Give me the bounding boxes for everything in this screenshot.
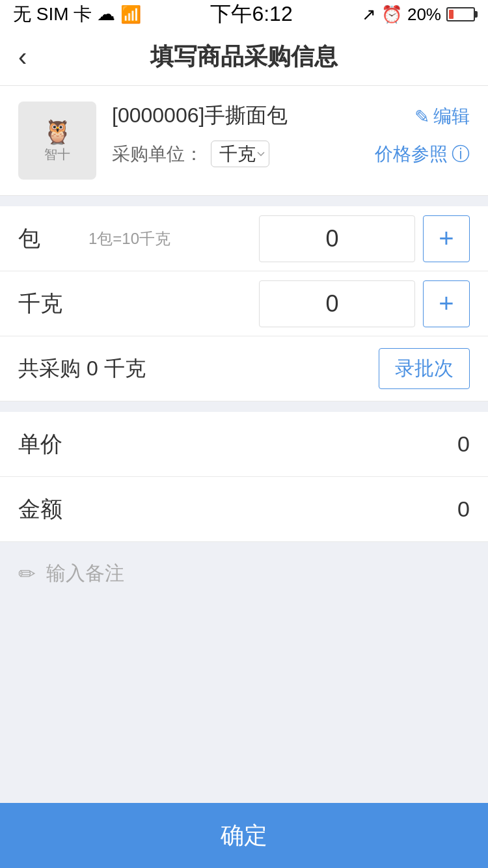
product-card: 🦉 智十 [0000006]手撕面包 采购单位： 千克 价格参照 ⓘ ✎ 编辑: [0, 86, 488, 196]
unit-price-row: 单价 0: [0, 412, 488, 477]
no-sim-label: 无 SIM 卡 ☁: [13, 2, 115, 27]
product-owl-icon: 🦉: [43, 118, 72, 146]
price-ref-help-icon: ⓘ: [452, 142, 470, 167]
bao-sublabel: 1包=10千克: [88, 228, 170, 249]
divider-1: [0, 196, 488, 206]
alarm-icon: ⏰: [381, 5, 402, 25]
notes-section[interactable]: ✏ 输入备注: [0, 542, 488, 605]
unit-label: 采购单位：: [112, 142, 203, 167]
product-thumbnail: 🦉 智十: [18, 102, 96, 180]
location-icon: ↗: [362, 5, 376, 25]
input-section: 包 1包=10千克 + 千克 +: [0, 206, 488, 336]
notes-pencil-icon: ✏: [18, 562, 36, 586]
status-bar: 无 SIM 卡 ☁ 📶 下午6:12 ↗ ⏰ 20%: [0, 0, 488, 29]
amount-row: 金额 0: [0, 477, 488, 542]
total-label: 共采购: [18, 357, 81, 380]
total-amount: 0: [87, 357, 98, 380]
total-unit: 千克: [104, 357, 146, 380]
bao-input-row: 包 1包=10千克 +: [0, 206, 488, 271]
bao-label: 包: [18, 224, 83, 254]
nav-bar: ‹ 填写商品采购信息: [0, 29, 488, 86]
price-ref-label: 价格参照: [375, 142, 448, 167]
amount-label: 金额: [18, 495, 62, 524]
status-right: ↗ ⏰ 20%: [362, 5, 475, 25]
amount-value: 0: [457, 496, 470, 522]
product-thumbnail-label: 智十: [44, 146, 70, 163]
wifi-icon: 📶: [120, 5, 141, 25]
battery-icon: [446, 7, 475, 21]
page-title: 填写商品采购信息: [150, 41, 338, 73]
bao-plus-button[interactable]: +: [423, 215, 470, 262]
kg-label: 千克: [18, 289, 83, 319]
product-meta: 采购单位： 千克 价格参照 ⓘ: [112, 141, 470, 167]
kg-plus-button[interactable]: +: [423, 280, 470, 327]
total-row: 共采购 0 千克 录批次: [0, 336, 488, 401]
edit-button[interactable]: ✎ 编辑: [414, 104, 470, 129]
kg-input-row: 千克 +: [0, 271, 488, 336]
batch-button[interactable]: 录批次: [379, 348, 470, 389]
bao-input-wrapper: +: [170, 215, 470, 262]
kg-input-wrapper: +: [83, 280, 470, 327]
purchase-unit-row: 采购单位： 千克: [112, 141, 269, 167]
battery-percent: 20%: [407, 5, 441, 25]
status-time: 下午6:12: [210, 0, 292, 29]
edit-label: 编辑: [433, 104, 470, 129]
battery-fill: [449, 10, 454, 19]
unit-price-value: 0: [457, 431, 470, 457]
divider-2: [0, 401, 488, 412]
unit-price-label: 单价: [18, 429, 62, 459]
kg-input[interactable]: [259, 280, 415, 327]
unit-select[interactable]: 千克: [211, 141, 269, 167]
edit-icon: ✎: [414, 106, 429, 128]
status-left: 无 SIM 卡 ☁ 📶: [13, 2, 141, 27]
notes-placeholder-text: 输入备注: [46, 560, 124, 587]
price-ref-button[interactable]: 价格参照 ⓘ: [375, 142, 470, 167]
confirm-button[interactable]: 确定: [0, 803, 488, 868]
back-button[interactable]: ‹: [18, 42, 27, 72]
bao-input[interactable]: [259, 215, 415, 262]
price-section: 单价 0 金额 0: [0, 412, 488, 542]
bottom-area: [0, 605, 488, 800]
total-text: 共采购 0 千克: [18, 355, 146, 383]
